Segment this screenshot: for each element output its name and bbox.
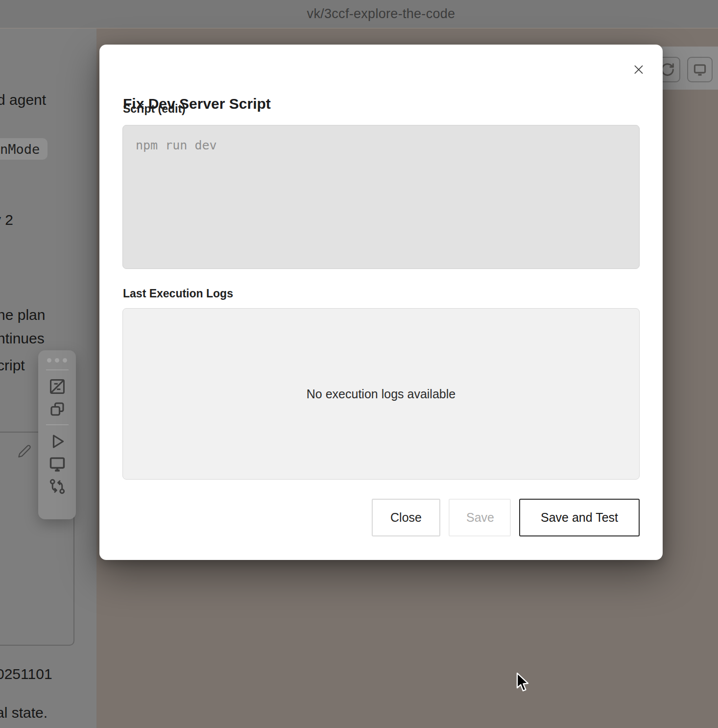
window-title-bar: vk/3ccf-explore-the-code (0, 0, 718, 28)
code-chip: nMode (0, 138, 48, 160)
logs-empty-message: No execution logs available (307, 387, 455, 401)
pencil-icon[interactable] (18, 443, 31, 460)
script-input[interactable] (122, 125, 640, 269)
play-icon[interactable] (47, 430, 68, 453)
copy-icon[interactable] (47, 398, 68, 420)
screen: vk/3ccf-explore-the-code d agent nMode y… (0, 0, 718, 728)
preview-monitor-button[interactable] (687, 57, 713, 82)
chat-text-fragment: he plan (0, 307, 45, 323)
close-icon[interactable] (631, 62, 646, 77)
mouse-cursor (516, 672, 529, 694)
chat-text-fragment: al state. (0, 704, 48, 721)
floating-toolbar (38, 350, 76, 519)
chat-text-fragment: cript (0, 357, 25, 374)
save-and-test-button[interactable]: Save and Test (519, 499, 640, 536)
git-compare-icon[interactable] (47, 475, 68, 498)
zed-logo-icon[interactable] (47, 375, 68, 398)
window-title: vk/3ccf-explore-the-code (307, 6, 455, 22)
monitor-icon[interactable] (47, 453, 68, 475)
dialog-actions: Close Save Save and Test (372, 499, 640, 536)
save-button[interactable]: Save (449, 499, 511, 536)
chat-text-fragment: 0251101 (0, 666, 52, 682)
chat-text-fragment: d agent (0, 92, 46, 108)
close-button[interactable]: Close (372, 499, 440, 536)
script-label: Script (edit) (123, 102, 186, 116)
execution-logs-box: No execution logs available (122, 308, 640, 480)
chat-text-fragment: y 2 (0, 212, 13, 228)
drag-dots-icon[interactable] (47, 358, 67, 363)
fix-dev-server-dialog: Fix Dev Server Script Script (edit) Last… (99, 45, 663, 560)
monitor-icon (692, 61, 708, 78)
toolbar-divider (46, 424, 69, 425)
toolbar-divider (46, 369, 69, 370)
chat-text-fragment: ntinues (0, 330, 45, 347)
logs-label: Last Execution Logs (123, 287, 233, 300)
